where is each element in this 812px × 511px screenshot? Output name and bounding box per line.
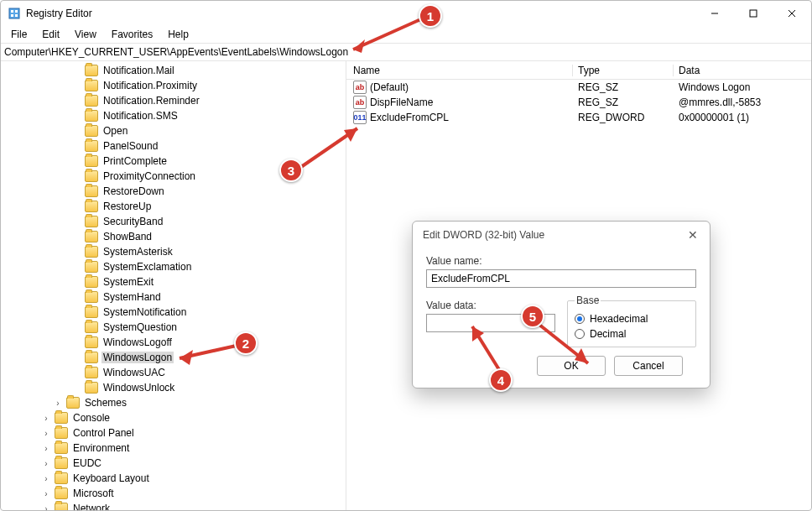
menu-view[interactable]: View <box>68 28 103 41</box>
expander-icon[interactable]: › <box>41 488 51 498</box>
expander-icon[interactable] <box>71 65 81 76</box>
menu-edit[interactable]: Edit <box>35 28 66 41</box>
tree-label: SystemHand <box>102 291 163 303</box>
col-header-type[interactable]: Type <box>573 65 674 76</box>
dialog-title: Edit DWORD (32-bit) Value <box>423 229 684 241</box>
tree-item-panelsound[interactable]: PanelSound <box>1 138 346 154</box>
folder-icon <box>85 65 98 76</box>
expander-icon[interactable]: › <box>41 443 51 453</box>
folder-icon <box>85 246 98 258</box>
tree-item-keyboard-layout[interactable]: ›Keyboard Layout <box>1 471 346 486</box>
window-controls <box>695 1 811 26</box>
expander-icon[interactable] <box>71 111 81 121</box>
value-name-input[interactable] <box>426 269 696 288</box>
tree-item-systemasterisk[interactable]: SystemAsterisk <box>1 244 346 259</box>
tree-item-console[interactable]: ›Console <box>1 410 346 425</box>
dialog-titlebar[interactable]: Edit DWORD (32-bit) Value ✕ <box>413 222 710 245</box>
tree-pane[interactable]: Notification.MailNotification.ProximityN… <box>1 61 346 510</box>
tree-item-systemquestion[interactable]: SystemQuestion <box>1 320 346 335</box>
folder-icon <box>85 140 98 152</box>
folder-icon <box>85 382 98 394</box>
expander-icon[interactable] <box>71 81 81 91</box>
tree-item-notification.reminder[interactable]: Notification.Reminder <box>1 93 346 108</box>
tree-item-windowslogoff[interactable]: WindowsLogoff <box>1 335 346 350</box>
tree-item-notification.sms[interactable]: Notification.SMS <box>1 108 346 123</box>
tree-item-printcomplete[interactable]: PrintComplete <box>1 154 346 169</box>
maximize-button[interactable] <box>734 1 773 26</box>
expander-icon[interactable] <box>71 337 81 347</box>
col-header-name[interactable]: Name <box>346 65 573 76</box>
expander-icon[interactable] <box>71 322 81 332</box>
list-row[interactable]: 011ExcludeFromCPLREG_DWORD0x00000001 (1) <box>346 110 811 125</box>
expander-icon[interactable] <box>71 352 81 362</box>
value-data-input[interactable] <box>426 314 555 332</box>
close-button[interactable] <box>773 1 811 26</box>
tree-item-windowslogon[interactable]: WindowsLogon <box>1 350 346 365</box>
expander-icon[interactable]: › <box>53 398 63 408</box>
expander-icon[interactable]: › <box>41 473 51 483</box>
menu-file[interactable]: File <box>4 28 34 41</box>
tree-label: WindowsLogoff <box>102 336 174 348</box>
tree-item-schemes[interactable]: ›Schemes <box>1 395 346 410</box>
tree-item-notification.mail[interactable]: Notification.Mail <box>1 63 346 78</box>
list-row[interactable]: ab(Default)REG_SZWindows Logon <box>346 80 811 95</box>
tree-item-systemexit[interactable]: SystemExit <box>1 274 346 289</box>
tree-item-eudc[interactable]: ›EUDC <box>1 456 346 471</box>
tree-item-systemhand[interactable]: SystemHand <box>1 289 346 305</box>
expander-icon[interactable] <box>71 368 81 378</box>
expander-icon[interactable] <box>71 262 81 272</box>
tree-item-control-panel[interactable]: ›Control Panel <box>1 425 346 441</box>
expander-icon[interactable] <box>71 277 81 287</box>
tree-label: EUDC <box>71 457 103 469</box>
expander-icon[interactable] <box>71 307 81 317</box>
list-row[interactable]: abDispFileNameREG_SZ@mmres.dll,-5853 <box>346 95 811 110</box>
dialog-close-button[interactable]: ✕ <box>684 228 701 242</box>
tree-item-windowsunlock[interactable]: WindowsUnlock <box>1 380 346 395</box>
expander-icon[interactable] <box>71 186 81 196</box>
expander-icon[interactable] <box>71 171 81 181</box>
expander-icon[interactable] <box>71 216 81 227</box>
menu-help[interactable]: Help <box>161 28 195 41</box>
expander-icon[interactable] <box>71 247 81 257</box>
ok-button[interactable]: OK <box>537 356 606 376</box>
tree-label: RestoreDown <box>102 185 166 197</box>
radio-hexadecimal[interactable]: Hexadecimal <box>575 313 689 325</box>
radio-decimal[interactable]: Decimal <box>575 328 689 340</box>
tree-item-notification.proximity[interactable]: Notification.Proximity <box>1 78 346 93</box>
regedit-icon <box>8 7 21 20</box>
tree-item-network[interactable]: ›Network <box>1 501 346 510</box>
tree-item-systemnotification[interactable]: SystemNotification <box>1 305 346 320</box>
expander-icon[interactable]: › <box>41 503 51 510</box>
tree-item-securityband[interactable]: SecurityBand <box>1 214 346 229</box>
expander-icon[interactable] <box>71 201 81 211</box>
tree-item-systemexclamation[interactable]: SystemExclamation <box>1 259 346 274</box>
address-input[interactable] <box>4 46 808 58</box>
expander-icon[interactable] <box>71 292 81 302</box>
tree-item-showband[interactable]: ShowBand <box>1 229 346 244</box>
string-value-icon: ab <box>353 81 367 94</box>
tree-item-microsoft[interactable]: ›Microsoft <box>1 486 346 501</box>
tree-item-windowsuac[interactable]: WindowsUAC <box>1 365 346 380</box>
menu-favorites[interactable]: Favorites <box>105 28 159 41</box>
folder-icon <box>55 488 68 499</box>
tree-item-restoreup[interactable]: RestoreUp <box>1 199 346 214</box>
cancel-button[interactable]: Cancel <box>614 356 683 376</box>
tree-label: Open <box>102 125 129 137</box>
expander-icon[interactable] <box>71 126 81 136</box>
expander-icon[interactable] <box>71 156 81 166</box>
expander-icon[interactable] <box>71 96 81 106</box>
col-header-data[interactable]: Data <box>674 65 811 76</box>
tree-item-open[interactable]: Open <box>1 123 346 138</box>
expander-icon[interactable] <box>71 383 81 393</box>
expander-icon[interactable] <box>71 232 81 242</box>
expander-icon[interactable]: › <box>41 428 51 438</box>
tree-item-restoredown[interactable]: RestoreDown <box>1 184 346 199</box>
tree-item-environment[interactable]: ›Environment <box>1 441 346 456</box>
expander-icon[interactable]: › <box>41 413 51 423</box>
tree-item-proximityconnection[interactable]: ProximityConnection <box>1 169 346 184</box>
minimize-button[interactable] <box>695 1 734 26</box>
folder-icon <box>85 291 98 303</box>
expander-icon[interactable] <box>71 141 81 151</box>
svg-rect-3 <box>11 14 13 17</box>
expander-icon[interactable]: › <box>41 458 51 468</box>
